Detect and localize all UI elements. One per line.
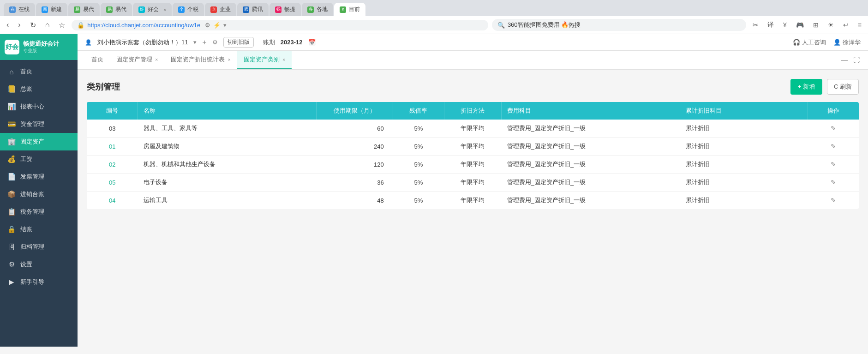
tab-fixed-asset-mgmt-close[interactable]: × bbox=[155, 57, 158, 62]
translate-icon[interactable]: 译 bbox=[765, 20, 777, 30]
tab-fixed-asset-mgmt-label: 固定资产管理 bbox=[116, 55, 152, 64]
sidebar-item-ledger[interactable]: 📒总账 bbox=[0, 80, 78, 98]
sidebar-label-salary: 工资 bbox=[20, 155, 32, 163]
refresh-button[interactable]: ↻ bbox=[27, 20, 39, 30]
cell-expense: 管理费用_固定资产折旧_一级 bbox=[502, 120, 680, 138]
support-link[interactable]: 🎧 人工咨询 bbox=[793, 38, 826, 47]
back-button[interactable]: ‹ bbox=[4, 20, 12, 30]
browser-tab-tab1[interactable]: 在在线 bbox=[4, 3, 35, 16]
refresh-button-page[interactable]: C 刷新 bbox=[827, 79, 859, 95]
sidebar-item-salary[interactable]: 💰工资 bbox=[0, 150, 78, 168]
minimize-window-button[interactable]: — bbox=[840, 55, 849, 65]
sidebar-item-guide[interactable]: ▶新手引导 bbox=[0, 273, 78, 291]
tab-label: 畅提 bbox=[284, 6, 295, 13]
sidebar: 好会 畅捷通好会计 专业版 ⌂首页📒总账📊报表中心💳资金管理🏢固定资产💰工资📄发… bbox=[0, 34, 78, 347]
sidebar-label-funds: 资金管理 bbox=[20, 120, 44, 128]
top-right-area: 🎧 人工咨询 👤 徐泽华 bbox=[793, 38, 861, 47]
tab-category[interactable]: 固定资产类别 × bbox=[237, 51, 292, 69]
cell-code: 04 bbox=[87, 192, 138, 210]
maximize-window-button[interactable]: ⛶ bbox=[852, 55, 861, 65]
sidebar-item-closing[interactable]: 🔒结账 bbox=[0, 221, 78, 238]
home-button[interactable]: ⌂ bbox=[42, 20, 53, 30]
sidebar-item-invoice[interactable]: 📄发票管理 bbox=[0, 168, 78, 186]
tab-label: 好会 bbox=[148, 6, 159, 13]
tab-home[interactable]: 首页 bbox=[85, 51, 110, 69]
col-code: 编号 bbox=[87, 102, 138, 120]
edit-button[interactable]: ✎ bbox=[829, 142, 838, 151]
browser-tab-tab8[interactable]: 腾腾讯 bbox=[237, 3, 269, 16]
tab-category-close[interactable]: × bbox=[282, 57, 285, 62]
tab-home-label: 首页 bbox=[91, 55, 103, 64]
edit-button[interactable]: ✎ bbox=[829, 196, 838, 205]
sidebar-item-reports[interactable]: 📊报表中心 bbox=[0, 98, 78, 115]
menu-icon[interactable]: ≡ bbox=[855, 20, 864, 30]
cell-accumulated: 累计折旧 bbox=[680, 156, 808, 174]
page-header: 类别管理 + 新增 C 刷新 bbox=[87, 79, 859, 95]
browser-tab-tab2[interactable]: 新新建 bbox=[36, 3, 67, 16]
tab-label: 在线 bbox=[18, 6, 30, 13]
tab-depreciation[interactable]: 固定资产折旧统计表 × bbox=[164, 51, 237, 69]
cell-expense: 管理费用_固定资产折旧_一级 bbox=[502, 192, 680, 210]
sidebar-item-settings[interactable]: ⚙设置 bbox=[0, 256, 78, 273]
sidebar-logo: 好会 畅捷通好会计 专业版 bbox=[0, 34, 78, 60]
cell-accumulated: 累计折旧 bbox=[680, 120, 808, 138]
tab-fixed-asset-mgmt[interactable]: 固定资产管理 × bbox=[110, 51, 164, 69]
edit-button[interactable]: ✎ bbox=[829, 160, 838, 169]
add-button[interactable]: + 新增 bbox=[790, 79, 822, 95]
sidebar-item-purchase-sales[interactable]: 📦进销台账 bbox=[0, 186, 78, 203]
sidebar-label-home: 首页 bbox=[20, 67, 32, 76]
cell-accumulated: 累计折旧 bbox=[680, 138, 808, 156]
browser-tab-tab10[interactable]: 各各地 bbox=[302, 3, 333, 16]
col-residual: 残值率 bbox=[393, 102, 444, 120]
settings-icon[interactable]: ⚙ bbox=[212, 39, 218, 46]
browser-tab-tab5[interactable]: 好好会× bbox=[133, 3, 172, 16]
tab-favicon: 畅 bbox=[275, 6, 281, 13]
add-company-icon[interactable]: + bbox=[202, 38, 206, 47]
cell-residual: 5% bbox=[393, 138, 444, 156]
version-switch-button[interactable]: 切到旧版 bbox=[223, 37, 254, 48]
table-header-row: 编号 名称 使用期限（月） 残值率 折旧方法 费用科目 累计折旧科目 操作 bbox=[87, 102, 859, 120]
search-bar[interactable]: 🔍 360智能抠图免费用 🔥热搜 bbox=[492, 19, 746, 31]
scissors-icon[interactable]: ✂ bbox=[750, 20, 761, 30]
tab-close-btn[interactable]: × bbox=[163, 7, 166, 12]
forward-button[interactable]: › bbox=[15, 20, 23, 30]
bookmark-button[interactable]: ☆ bbox=[56, 20, 68, 30]
browser-tab-tab6[interactable]: 个个税 bbox=[173, 3, 204, 16]
page-title: 类别管理 bbox=[87, 81, 120, 92]
sidebar-item-funds[interactable]: 💳资金管理 bbox=[0, 115, 78, 133]
browser-tab-tab9[interactable]: 畅畅提 bbox=[269, 3, 301, 16]
undo-icon[interactable]: ↩ bbox=[840, 20, 851, 30]
browser-tab-tab3[interactable]: 易易代 bbox=[68, 3, 100, 16]
tab-depreciation-close[interactable]: × bbox=[227, 57, 230, 62]
search-icon: 🔍 bbox=[497, 22, 505, 29]
wallet-icon[interactable]: ¥ bbox=[780, 20, 790, 30]
edit-button[interactable]: ✎ bbox=[829, 124, 838, 133]
sidebar-item-archive[interactable]: 🗄归档管理 bbox=[0, 238, 78, 256]
cell-action: ✎ bbox=[808, 156, 859, 174]
cell-method: 年限平均 bbox=[444, 120, 501, 138]
cell-name: 器具、工具、家具等 bbox=[138, 120, 317, 138]
browser-tab-tab7[interactable]: 企企业 bbox=[205, 3, 236, 16]
sidebar-item-tax[interactable]: 📋税务管理 bbox=[0, 203, 78, 221]
support-label: 人工咨询 bbox=[802, 38, 826, 47]
sidebar-label-settings: 设置 bbox=[20, 260, 32, 269]
table-row: 01 房屋及建筑物 240 5% 年限平均 管理费用_固定资产折旧_一级 累计折… bbox=[87, 138, 859, 156]
address-bar[interactable]: 🔒 https://cloud.chanjet.com/accounting/u… bbox=[72, 20, 488, 30]
browser-tab-tab11[interactable]: S目前 bbox=[334, 3, 365, 16]
company-expand-icon[interactable]: ▾ bbox=[193, 39, 197, 46]
game-icon[interactable]: 🎮 bbox=[793, 20, 807, 30]
edit-button[interactable]: ✎ bbox=[829, 178, 838, 187]
tab-favicon: 易 bbox=[74, 6, 80, 13]
sidebar-icon-funds: 💳 bbox=[7, 120, 16, 128]
sidebar-item-home[interactable]: ⌂首页 bbox=[0, 63, 78, 80]
cell-code: 03 bbox=[87, 120, 138, 138]
col-accumulated: 累计折旧科目 bbox=[680, 102, 808, 120]
cell-period: 240 bbox=[317, 138, 393, 156]
user-menu[interactable]: 👤 徐泽华 bbox=[833, 38, 861, 47]
sidebar-item-fixed-assets[interactable]: 🏢固定资产 bbox=[0, 133, 78, 150]
grid-icon[interactable]: ⊞ bbox=[810, 20, 821, 30]
calendar-icon[interactable]: 📅 bbox=[308, 39, 316, 46]
cell-residual: 5% bbox=[393, 174, 444, 192]
brightness-icon[interactable]: ☀ bbox=[825, 20, 837, 30]
browser-tab-tab4[interactable]: 易易代 bbox=[101, 3, 132, 16]
